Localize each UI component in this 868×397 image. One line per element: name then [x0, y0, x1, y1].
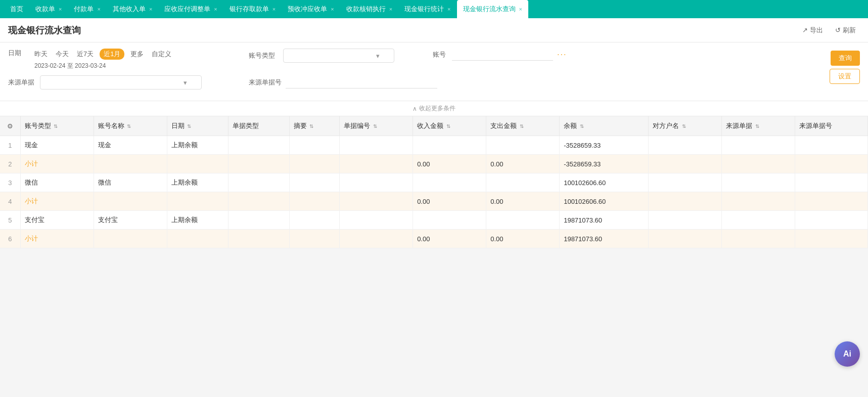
nav-other-income[interactable]: 其他收入单 × [107, 0, 158, 18]
nav-other-income-close[interactable]: × [149, 0, 152, 18]
nav-prepay-offset[interactable]: 预收冲应收单 × [282, 0, 340, 18]
date-opt-today[interactable]: 今天 [54, 49, 71, 60]
source-doc-select[interactable]: ▾ [40, 75, 202, 90]
cell-source-doc-no [795, 136, 867, 155]
col-account-type[interactable]: 账号类型 ⇅ [20, 116, 94, 136]
query-button[interactable]: 查询 [831, 51, 860, 66]
table-body: 1现金现金上期余额-3528659.332小计0.000.00-3528659.… [0, 136, 868, 248]
cell-doc-no [340, 155, 413, 173]
table-row[interactable]: 2小计0.000.00-3528659.33 [0, 155, 868, 173]
source-doc-no-input[interactable] [286, 76, 437, 89]
cell-income [413, 211, 486, 230]
cell-expense: 0.00 [486, 155, 560, 173]
col-counterpart-label: 对方户名 [653, 122, 679, 129]
col-summary[interactable]: 摘要 ⇅ [289, 116, 339, 136]
account-input[interactable] [452, 49, 553, 61]
col-source-doc-no[interactable]: 来源单据号 [795, 116, 867, 136]
date-opt-custom[interactable]: 自定义 [150, 49, 173, 60]
nav-receipt-exec-label: 收款核销执行 [346, 0, 386, 18]
nav-ar-ap-adjust-close[interactable]: × [214, 0, 217, 18]
col-doc-type[interactable]: 单据类型 [228, 116, 289, 136]
account-dots-button[interactable]: ··· [557, 50, 567, 59]
cell-source-doc-no [795, 230, 867, 248]
nav-cash-bank-flow-close[interactable]: × [519, 0, 522, 18]
cell-balance: -3528659.33 [560, 136, 649, 155]
nav-receipt-exec-close[interactable]: × [389, 0, 392, 18]
top-navigation: 首页 收款单 × 付款单 × 其他收入单 × 应收应付调整单 × 银行存取款单 … [0, 0, 868, 18]
nav-cash-bank-stats-close[interactable]: × [447, 0, 450, 18]
nav-cash-bank-flow[interactable]: 现金银行流水查询 × [457, 0, 528, 18]
nav-receipts[interactable]: 收款单 × [29, 0, 68, 18]
cell-expense [486, 136, 560, 155]
cell-account-name: 微信 [94, 173, 167, 192]
cell-balance: 19871073.60 [560, 230, 649, 248]
page-header: 现金银行流水查询 ↗ 导出 ↺ 刷新 [0, 18, 868, 42]
sort-summary-icon: ⇅ [309, 123, 313, 129]
col-date-label: 日期 [171, 122, 185, 129]
account-type-select[interactable]: ▾ [283, 49, 394, 63]
cell-balance: -3528659.33 [560, 155, 649, 173]
cell-expense: 0.00 [486, 192, 560, 211]
col-income[interactable]: 收入金额 ⇅ [413, 116, 486, 136]
data-table: ⚙ 账号类型 ⇅ 账号名称 ⇅ 日期 ⇅ 单据类型 摘要 [0, 116, 868, 248]
cell-source-doc-no [795, 211, 867, 230]
cell-doc-no [340, 173, 413, 192]
source-doc-arrow-icon: ▾ [184, 79, 187, 86]
date-opt-1month[interactable]: 近1月 [100, 49, 124, 60]
cell-summary [289, 173, 339, 192]
date-options: 昨天 今天 近7天 近1月 更多 自定义 [32, 49, 173, 60]
cell-counterpart [648, 173, 721, 192]
date-opt-more[interactable]: 更多 [128, 49, 146, 60]
cell-doc-no [340, 192, 413, 211]
nav-cash-bank-stats[interactable]: 现金银行统计 × [398, 0, 456, 18]
nav-receipts-close[interactable]: × [59, 0, 62, 18]
export-button[interactable]: ↗ 导出 [798, 24, 827, 37]
cell-date: 上期余额 [167, 211, 228, 230]
col-counterpart[interactable]: 对方户名 ⇅ [648, 116, 721, 136]
table-row[interactable]: 5支付宝支付宝上期余额19871073.60 [0, 211, 868, 230]
nav-prepay-offset-label: 预收冲应收单 [288, 0, 327, 18]
cell-counterpart [648, 136, 721, 155]
refresh-button[interactable]: ↺ 刷新 [831, 24, 860, 37]
cell-source-doc [721, 192, 795, 211]
collapse-up-icon: ∧ [413, 105, 417, 112]
nav-payments[interactable]: 付款单 × [68, 0, 106, 18]
col-date[interactable]: 日期 ⇅ [167, 116, 228, 136]
table-row[interactable]: 3微信微信上期余额100102606.60 [0, 173, 868, 192]
cell-expense [486, 173, 560, 192]
cell-account-name [94, 192, 167, 211]
collapse-bar[interactable]: ∧ 收起更多条件 [0, 101, 868, 116]
table-row[interactable]: 6小计0.000.0019871073.60 [0, 230, 868, 248]
sort-balance-icon: ⇅ [580, 123, 584, 129]
cell-doc-no [340, 230, 413, 248]
nav-payments-close[interactable]: × [97, 0, 100, 18]
sort-source-doc-icon: ⇅ [755, 123, 759, 129]
nav-prepay-offset-close[interactable]: × [331, 0, 334, 18]
col-balance[interactable]: 余额 ⇅ [560, 116, 649, 136]
gear-icon[interactable]: ⚙ [7, 122, 13, 130]
cell-source-doc-no [795, 155, 867, 173]
nav-receipt-exec[interactable]: 收款核销执行 × [340, 0, 398, 18]
date-opt-7days[interactable]: 近7天 [75, 49, 96, 60]
cell-balance: 100102606.60 [560, 192, 649, 211]
cell-doc-type [228, 211, 289, 230]
col-account-name-label: 账号名称 [98, 122, 124, 129]
settings-button[interactable]: 设置 [830, 69, 860, 84]
table-row[interactable]: 1现金现金上期余额-3528659.33 [0, 136, 868, 155]
nav-other-income-label: 其他收入单 [113, 0, 146, 18]
table-row[interactable]: 4小计0.000.00100102606.60 [0, 192, 868, 211]
date-opt-yesterday[interactable]: 昨天 [32, 49, 50, 60]
col-account-name[interactable]: 账号名称 ⇅ [94, 116, 167, 136]
cell-index: 3 [0, 173, 20, 192]
nav-home[interactable]: 首页 [4, 0, 29, 18]
col-doc-no[interactable]: 单据编号 ⇅ [340, 116, 413, 136]
col-gear[interactable]: ⚙ [0, 116, 20, 136]
col-source-doc[interactable]: 来源单据 ⇅ [721, 116, 795, 136]
col-expense[interactable]: 支出金额 ⇅ [486, 116, 560, 136]
nav-bank-deposit-close[interactable]: × [272, 0, 276, 18]
nav-bank-deposit[interactable]: 银行存取款单 × [223, 0, 282, 18]
export-icon: ↗ [802, 26, 808, 34]
nav-ar-ap-adjust[interactable]: 应收应付调整单 × [158, 0, 223, 18]
cell-account-type: 支付宝 [20, 211, 94, 230]
cell-summary [289, 192, 339, 211]
